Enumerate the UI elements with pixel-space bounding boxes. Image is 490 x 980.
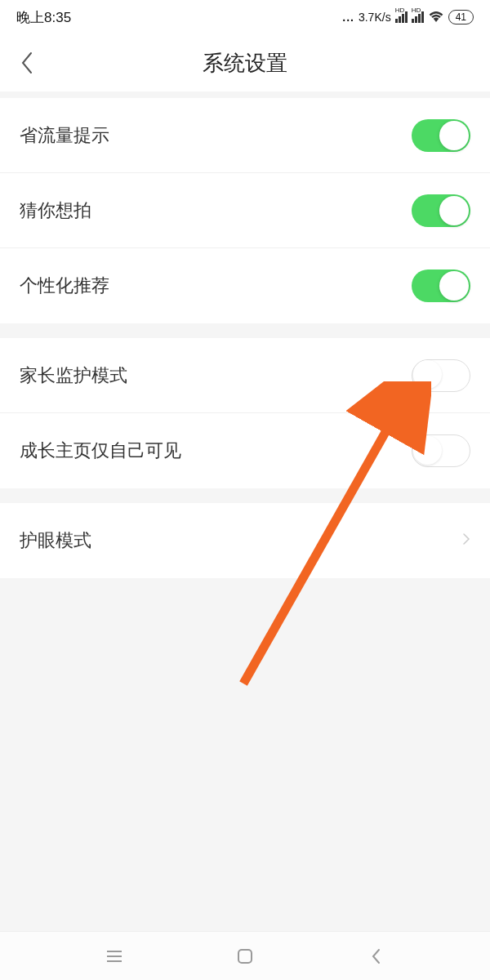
signal-icon-1: HD bbox=[395, 11, 408, 23]
network-speed: 3.7K/s bbox=[359, 11, 391, 24]
system-nav-bar bbox=[0, 931, 490, 980]
row-personalized[interactable]: 个性化推荐 bbox=[0, 248, 490, 323]
signal-icon-2: HD bbox=[412, 11, 424, 23]
row-guess-shoot[interactable]: 猜你想拍 bbox=[0, 173, 490, 248]
menu-icon bbox=[105, 949, 123, 964]
square-icon bbox=[236, 947, 254, 965]
hd-label: HD bbox=[412, 7, 421, 14]
nav-back-button[interactable] bbox=[359, 940, 392, 973]
row-growth-privacy[interactable]: 成长主页仅自己可见 bbox=[0, 413, 490, 488]
back-button[interactable] bbox=[15, 51, 39, 75]
page-header: 系统设置 bbox=[0, 34, 490, 91]
row-label: 家长监护模式 bbox=[20, 363, 127, 388]
status-time: 晚上8:35 bbox=[16, 8, 71, 27]
chevron-left-icon bbox=[370, 947, 381, 965]
svg-rect-5 bbox=[238, 950, 252, 963]
save-data-toggle[interactable] bbox=[412, 119, 470, 152]
hd-label: HD bbox=[395, 7, 405, 14]
row-save-data[interactable]: 省流量提示 bbox=[0, 98, 490, 173]
personalized-toggle[interactable] bbox=[412, 270, 470, 302]
ellipsis-icon: ... bbox=[342, 11, 354, 24]
settings-group-2: 家长监护模式 成长主页仅自己可见 bbox=[0, 338, 490, 488]
growth-privacy-toggle[interactable] bbox=[412, 434, 470, 467]
guess-shoot-toggle[interactable] bbox=[412, 194, 470, 227]
battery-icon: 41 bbox=[448, 10, 474, 24]
row-label: 省流量提示 bbox=[20, 123, 109, 148]
chevron-right-icon bbox=[462, 532, 470, 550]
status-bar: 晚上8:35 ... 3.7K/s HD HD 41 bbox=[0, 0, 490, 34]
row-label: 护眼模式 bbox=[20, 528, 91, 553]
row-label: 成长主页仅自己可见 bbox=[20, 439, 181, 463]
nav-recent-button[interactable] bbox=[98, 940, 131, 973]
time-text: 晚上8:35 bbox=[16, 8, 71, 27]
row-label: 个性化推荐 bbox=[20, 274, 109, 298]
row-parental-mode[interactable]: 家长监护模式 bbox=[0, 338, 490, 413]
wifi-icon bbox=[428, 10, 444, 24]
settings-group-3: 护眼模式 bbox=[0, 503, 490, 578]
nav-home-button[interactable] bbox=[229, 940, 261, 973]
row-eye-protect[interactable]: 护眼模式 bbox=[0, 503, 490, 578]
row-label: 猜你想拍 bbox=[20, 198, 91, 223]
page-title: 系统设置 bbox=[203, 49, 287, 78]
parental-mode-toggle[interactable] bbox=[412, 359, 470, 392]
settings-group-1: 省流量提示 猜你想拍 个性化推荐 bbox=[0, 98, 490, 323]
chevron-left-icon bbox=[20, 51, 34, 75]
